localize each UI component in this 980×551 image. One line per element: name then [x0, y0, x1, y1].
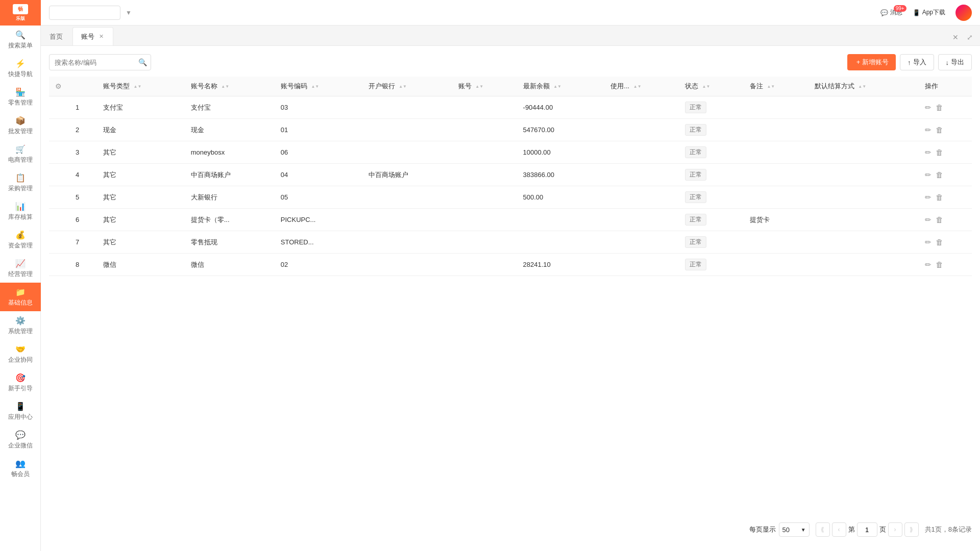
last-page-button[interactable]: ⟫: [904, 522, 919, 537]
retail-icon: 🏪: [15, 87, 26, 97]
delete-button[interactable]: 🗑: [936, 260, 943, 269]
delete-button[interactable]: 🗑: [936, 215, 943, 224]
delete-button[interactable]: 🗑: [936, 170, 943, 179]
app-download-button[interactable]: 📱 App下载: [913, 8, 945, 17]
col-status[interactable]: 状态 ▲▼: [679, 77, 744, 96]
prev-page-button[interactable]: ‹: [832, 522, 846, 537]
row-name: 现金: [185, 119, 275, 141]
sidebar-item-members[interactable]: 👥 畅会员: [0, 454, 41, 483]
sidebar-item-inventory[interactable]: 📊 库存核算: [0, 197, 41, 226]
col-bank[interactable]: 开户银行 ▲▼: [362, 77, 452, 96]
action-buttons: ✏ 🗑: [925, 126, 966, 135]
export-icon: ↓: [946, 59, 949, 66]
sidebar-item-purchase[interactable]: 📋 采购管理: [0, 168, 41, 197]
col-type[interactable]: 账号类型 ▲▼: [97, 77, 185, 96]
edit-button[interactable]: ✏: [925, 215, 932, 224]
phone-icon: 📱: [913, 9, 920, 16]
sidebar-item-label: 快捷导航: [8, 70, 33, 79]
message-icon: 💬: [880, 9, 888, 16]
column-settings-icon[interactable]: ⚙: [55, 82, 62, 90]
row-status: 正常: [679, 231, 744, 254]
sidebar-item-app-center[interactable]: 📱 应用中心: [0, 397, 41, 425]
delete-button[interactable]: 🗑: [936, 126, 943, 134]
delete-button[interactable]: 🗑: [936, 238, 943, 246]
edit-button[interactable]: ✏: [925, 126, 932, 135]
tab-close-icon[interactable]: ✕: [97, 33, 105, 40]
delete-button[interactable]: 🗑: [936, 103, 943, 112]
sidebar-item-wechat[interactable]: 💬 企业微信: [0, 425, 41, 454]
row-balance: 28241.10: [517, 254, 605, 276]
sidebar-item-system[interactable]: ⚙️ 系统管理: [0, 311, 41, 340]
tab-actions: ✕ ⤢: [949, 31, 980, 45]
sidebar-item-quick-nav[interactable]: ⚡ 快捷导航: [0, 54, 41, 83]
row-bank: [362, 119, 452, 141]
sidebar-item-retail[interactable]: 🏪 零售管理: [0, 83, 41, 111]
search-menu-icon: 🔍: [15, 30, 26, 40]
sidebar-item-search[interactable]: 🔍 搜索菜单: [0, 26, 41, 54]
col-name[interactable]: 账号名称 ▲▼: [185, 77, 275, 96]
export-button[interactable]: ↓ 导出: [938, 54, 972, 70]
col-usage[interactable]: 使用... ▲▼: [604, 77, 679, 96]
first-page-button[interactable]: ⟪: [816, 522, 830, 537]
tab-expand-action[interactable]: ⤢: [964, 31, 976, 43]
row-status: 正常: [679, 119, 744, 141]
message-button[interactable]: 💬 消息 99+: [880, 8, 902, 17]
dropdown-arrow-icon[interactable]: ▼: [126, 9, 132, 16]
col-default-settlement[interactable]: 默认结算方式 ▲▼: [808, 77, 919, 96]
top-search-input[interactable]: [49, 6, 120, 20]
next-page-button[interactable]: ›: [888, 522, 902, 537]
row-action: ✏ 🗑: [919, 186, 972, 209]
delete-button[interactable]: 🗑: [936, 193, 943, 202]
user-avatar[interactable]: [955, 5, 972, 21]
row-index: 8: [69, 254, 97, 276]
page-input[interactable]: [857, 522, 877, 537]
delete-button[interactable]: 🗑: [936, 148, 943, 157]
sidebar-item-wholesale[interactable]: 📦 批发管理: [0, 111, 41, 140]
status-badge: 正常: [685, 146, 706, 158]
row-balance: [517, 209, 605, 231]
logo-text: 乐版: [16, 15, 25, 22]
col-account[interactable]: 账号 ▲▼: [452, 77, 517, 96]
row-balance: 383866.00: [517, 164, 605, 186]
col-code-label: 账号编码: [281, 82, 307, 90]
row-action: ✏ 🗑: [919, 231, 972, 254]
row-bank: [362, 141, 452, 164]
col-balance[interactable]: 最新余额 ▲▼: [517, 77, 605, 96]
edit-button[interactable]: ✏: [925, 103, 932, 112]
edit-button[interactable]: ✏: [925, 238, 932, 247]
table-row: 5 其它 大新银行 05 500.00 正常 ✏ 🗑: [49, 186, 972, 209]
tab-close-action[interactable]: ✕: [949, 31, 962, 43]
sidebar-item-enterprise[interactable]: 🤝 企业协同: [0, 340, 41, 368]
status-badge: 正常: [685, 169, 706, 181]
col-code[interactable]: 账号编码 ▲▼: [275, 77, 362, 96]
row-type: 现金: [97, 119, 185, 141]
tab-account[interactable]: 账号 ✕: [72, 27, 113, 45]
pagination: ⟪ ‹ 第 页 › ⟫: [816, 522, 919, 537]
per-page-dropdown[interactable]: 50 ▼: [779, 522, 810, 537]
col-remark[interactable]: 备注 ▲▼: [744, 77, 808, 96]
sidebar-item-label: 电商管理: [8, 156, 33, 164]
edit-button[interactable]: ✏: [925, 170, 932, 180]
status-badge: 正常: [685, 214, 706, 226]
sidebar-item-label: 应用中心: [8, 413, 33, 421]
tab-home[interactable]: 首页: [41, 27, 71, 45]
edit-button[interactable]: ✏: [925, 148, 932, 157]
col-default-settlement-label: 默认结算方式: [815, 82, 854, 90]
sidebar-item-label: 系统管理: [8, 327, 33, 336]
edit-button[interactable]: ✏: [925, 193, 932, 202]
row-bank: [362, 254, 452, 276]
add-account-button[interactable]: + 新增账号: [847, 54, 896, 70]
edit-button[interactable]: ✏: [925, 260, 932, 269]
sidebar-item-ecommerce[interactable]: 🛒 电商管理: [0, 140, 41, 168]
sidebar-item-ops[interactable]: 📈 经营管理: [0, 254, 41, 283]
import-button[interactable]: ↑ 导入: [900, 54, 934, 70]
action-buttons: ✏ 🗑: [925, 193, 966, 202]
sidebar-item-basic-info[interactable]: 📁 基础信息: [0, 283, 41, 311]
basic-info-icon: 📁: [15, 287, 26, 297]
col-usage-label: 使用...: [610, 82, 629, 90]
sidebar-item-finance[interactable]: 💰 资金管理: [0, 226, 41, 254]
sidebar-item-guide[interactable]: 🎯 新手引导: [0, 368, 41, 397]
purchase-icon: 📋: [15, 173, 26, 183]
search-input[interactable]: [49, 54, 151, 70]
search-icon[interactable]: 🔍: [138, 58, 147, 66]
